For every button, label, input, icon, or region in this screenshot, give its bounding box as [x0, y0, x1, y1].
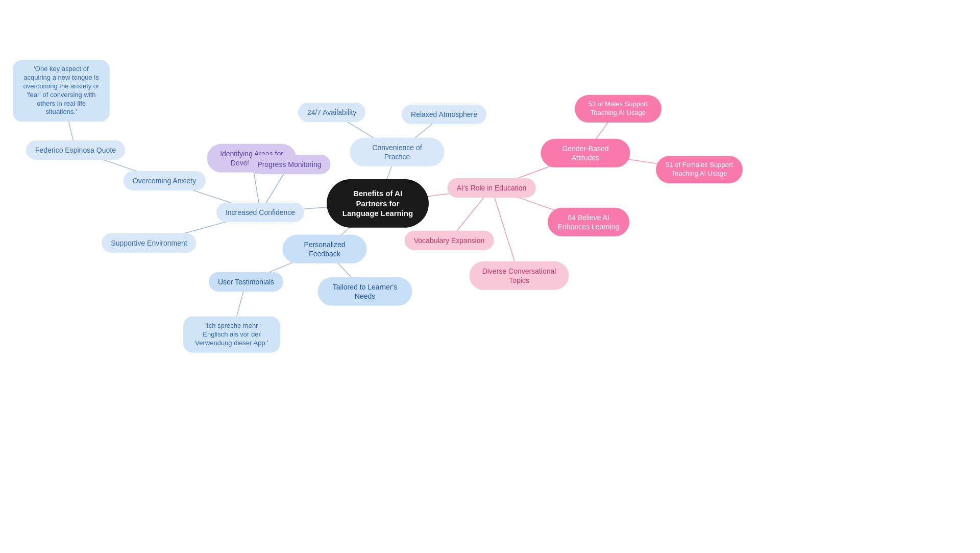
males-node: 53 of Males Support Teaching AI Usage — [575, 95, 662, 123]
center-node: Benefits of AI Partners for Language Lea… — [327, 179, 429, 228]
federico-node: Federico Espinosa Quote — [26, 140, 125, 160]
testimonials-node: User Testimonials — [209, 272, 283, 292]
overcoming-node: Overcoming Anxiety — [124, 171, 206, 190]
personalized-node: Personalized Feedback — [283, 235, 367, 263]
quote1-node: 'Ich spreche mehr Englisch als vor der V… — [183, 317, 280, 353]
confidence-node: Increased Confidence — [216, 203, 304, 222]
vocabulary-node: Vocabulary Expansion — [405, 231, 494, 250]
diverse-node: Diverse Conversational Topics — [470, 261, 569, 290]
progress-node: Progress Monitoring — [248, 155, 330, 174]
mindmap-container: Benefits of AI Partners for Language Lea… — [0, 0, 980, 553]
tailored-node: Tailored to Learner's Needs — [318, 277, 412, 306]
females-node: 51 of Females Support Teaching AI Usage — [656, 156, 743, 183]
relaxed-node: Relaxed Atmosphere — [402, 105, 486, 124]
ais-role-node: AI's Role in Education — [448, 178, 536, 198]
federico-quote-node: 'One key aspect of acquiring a new tongu… — [13, 60, 110, 122]
convenience-node: Convenience of Practice — [350, 138, 445, 166]
availability-node: 24/7 Availability — [298, 103, 365, 122]
believe-node: 64 Believe AI Enhances Learning — [548, 208, 629, 236]
gender-node: Gender-Based Attitudes — [541, 139, 630, 167]
supportive-node: Supportive Environment — [102, 233, 196, 253]
